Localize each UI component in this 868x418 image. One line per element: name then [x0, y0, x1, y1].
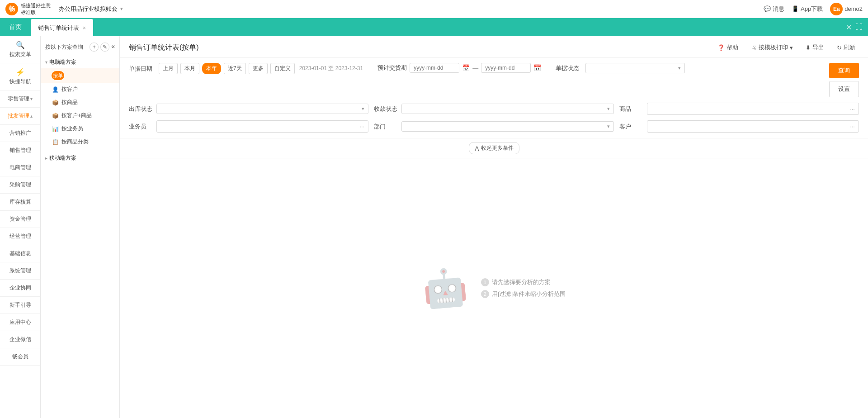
sidebar-label-app-center: 应用中心 [9, 318, 31, 326]
shipment-status-select[interactable]: ▾ [156, 104, 368, 114]
sidebar-item-wholesale-mgmt[interactable]: 批发管理 ▴ [0, 108, 40, 125]
scheme-item-by-product[interactable]: 📦 按商品 [41, 96, 119, 109]
logo-icon: 畅 [5, 3, 18, 15]
empty-tip-2: 2 用[过滤]条件来缩小分析范围 [481, 290, 566, 298]
scheme-mobile-group: ▸ 移动端方案 [41, 150, 119, 166]
sidebar-item-finance-mgmt[interactable]: 资金管理 [0, 211, 40, 228]
date-range-display: 2023-01-01 至 2023-12-31 [299, 65, 363, 72]
sidebar-item-member[interactable]: 畅会员 [0, 348, 40, 366]
scheme-desktop-group-header[interactable]: ▾ 电脑端方案 [41, 56, 119, 68]
scheme-item-by-salesman[interactable]: 📊 按业务员 [41, 122, 119, 135]
sidebar-item-search-menu[interactable]: 🔍 搜索菜单 [0, 36, 40, 63]
top-header: 畅 畅捷通好生意 标准版 办公用品行业模拟账套 ▾ 💬 消息 📱 App下载 E… [0, 0, 868, 18]
tip-number-1: 1 [481, 278, 489, 286]
sidebar-item-enterprise[interactable]: 企业协同 [0, 280, 40, 297]
sidebar-label-inventory: 库存核算 [9, 198, 31, 206]
sidebar-item-inventory[interactable]: 库存核算 [0, 194, 40, 211]
sidebar-item-system-mgmt[interactable]: 系统管理 [0, 262, 40, 280]
calendar-start-icon[interactable]: 📅 [462, 64, 470, 71]
company-dropdown-icon[interactable]: ▾ [120, 6, 123, 12]
window-close-icon[interactable]: ✕ [846, 23, 852, 32]
app-download-button[interactable]: 📱 App下载 [792, 5, 823, 13]
message-button[interactable]: 💬 消息 [764, 5, 784, 13]
user-area[interactable]: Ea demo2 [830, 3, 863, 15]
goods-select[interactable]: ··· [647, 103, 859, 115]
scheme-item-by-product-category[interactable]: 📋 按商品分类 [41, 135, 119, 148]
sidebar-label-purchase-mgmt: 采购管理 [9, 181, 31, 189]
template-print-button[interactable]: 🖨 按模板打印 ▾ [747, 42, 797, 53]
sidebar-label-enterprise: 企业协同 [9, 284, 31, 292]
shipment-status-arrow: ▾ [362, 106, 364, 112]
mobile-group-arrow: ▸ [45, 156, 47, 161]
empty-tips: 1 请先选择要分析的方案 2 用[过滤]条件来缩小分析范围 [481, 278, 566, 298]
tab-close-icon[interactable]: × [83, 25, 86, 31]
sidebar-label-operation-mgmt: 经营管理 [9, 233, 31, 240]
payment-status-label: 收款状态 [374, 105, 399, 113]
scheme-item-by-customer[interactable]: 👤 按客户 [41, 83, 119, 96]
print-icon: 🖨 [751, 44, 757, 51]
calendar-end-icon[interactable]: 📅 [533, 64, 541, 71]
header-right: 💬 消息 📱 App下载 Ea demo2 [764, 3, 863, 15]
window-controls: ✕ ⛶ [840, 23, 868, 32]
tip-number-2: 2 [481, 290, 489, 298]
expected-date-label: 预计交货期 [377, 64, 407, 72]
salesman-select[interactable]: ··· [156, 120, 368, 133]
scheme-mobile-group-header[interactable]: ▸ 移动端方案 [41, 152, 119, 164]
by-customer-product-icon: 📦 [52, 112, 59, 119]
department-select[interactable]: ▾ [401, 121, 613, 132]
collapse-more-btn[interactable]: ⋀ 收起更多条件 [469, 142, 519, 154]
payment-status-select[interactable]: ▾ [401, 104, 613, 114]
sidebar-item-enterprise-wechat[interactable]: 企业微信 [0, 331, 40, 348]
customer-select[interactable]: ··· [647, 120, 859, 133]
settings-button[interactable]: 设置 [829, 81, 859, 97]
scheme-collapse-button[interactable]: « [111, 43, 115, 52]
query-button[interactable]: 查询 [829, 63, 859, 78]
sidebar-label-quick-nav: 快捷导航 [9, 78, 31, 86]
last-month-btn[interactable]: 上月 [159, 63, 178, 74]
refresh-button[interactable]: ↻ 刷新 [833, 42, 859, 53]
this-year-btn[interactable]: 本年 [202, 63, 221, 74]
scheme-edit-button[interactable]: ✎ [100, 43, 109, 52]
sidebar-item-basic-info[interactable]: 基础信息 [0, 245, 40, 262]
sidebar-item-new-guide[interactable]: 新手引导 [0, 297, 40, 314]
sidebar-item-ecommerce-mgmt[interactable]: 电商管理 [0, 159, 40, 176]
empty-state-content: 🤖 1 请先选择要分析的方案 2 用[过滤]条件来缩小分析范围 [422, 267, 566, 309]
this-month-btn[interactable]: 本月 [180, 63, 199, 74]
by-product-category-icon: 📋 [52, 138, 59, 146]
collapse-icon: ⋀ [475, 145, 479, 152]
by-customer-icon: 👤 [52, 86, 59, 93]
mobile-group-label: 移动端方案 [49, 154, 76, 162]
tab-sales-statistics[interactable]: 销售订单统计表 × [31, 19, 93, 37]
scheme-panel-actions: + ✎ « [90, 43, 115, 52]
sidebar-item-purchase-mgmt[interactable]: 采购管理 [0, 176, 40, 194]
sidebar-item-app-center[interactable]: 应用中心 [0, 314, 40, 331]
sidebar-item-marketing[interactable]: 营销推广 [0, 125, 40, 142]
tab-home[interactable]: 首页 [0, 18, 31, 36]
tab-label: 销售订单统计表 [38, 24, 79, 32]
query-btn-group: 查询 设置 [829, 63, 859, 97]
custom-btn[interactable]: 自定义 [270, 63, 295, 74]
scheme-add-button[interactable]: + [90, 43, 99, 52]
template-print-dropdown-icon: ▾ [790, 44, 793, 51]
last7days-btn[interactable]: 近7天 [224, 63, 246, 74]
status-select[interactable]: ▾ [585, 63, 685, 73]
expected-date-start-input[interactable] [410, 63, 459, 73]
more-btn[interactable]: 更多 [249, 63, 268, 74]
sidebar-item-retail-mgmt[interactable]: 零售管理 ▾ [0, 90, 40, 108]
empty-state-illustration: 🤖 [420, 265, 469, 311]
filter-container: 单据日期 上月 本月 本年 近7天 更多 自定义 2023-01-01 至 20… [120, 57, 868, 158]
scheme-item-by-customer-product[interactable]: 📦 按客户+商品 [41, 109, 119, 122]
help-button[interactable]: ❓ 帮助 [714, 42, 742, 53]
salesman-label: 业务员 [129, 123, 154, 131]
window-maximize-icon[interactable]: ⛶ [855, 23, 863, 31]
scheme-item-by-order[interactable]: 按单 [41, 68, 119, 83]
expected-date-end-input[interactable] [481, 63, 531, 73]
scheme-active-indicator: 按单 [52, 71, 64, 80]
sidebar-item-operation-mgmt[interactable]: 经营管理 [0, 228, 40, 245]
sidebar-label-wholesale-mgmt: 批发管理 [8, 112, 29, 120]
sidebar-item-sales-mgmt[interactable]: 销售管理 [0, 142, 40, 159]
filter-rows-wrap: 单据日期 上月 本月 本年 近7天 更多 自定义 2023-01-01 至 20… [120, 57, 868, 138]
sidebar-item-quick-nav[interactable]: ⚡ 快捷导航 [0, 63, 40, 90]
sidebar-label-system-mgmt: 系统管理 [9, 267, 31, 275]
export-button[interactable]: ⬇ 导出 [802, 42, 828, 53]
